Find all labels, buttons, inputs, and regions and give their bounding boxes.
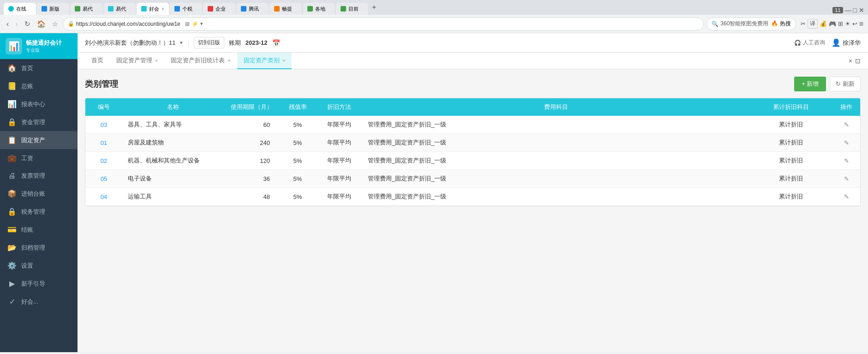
search-bar[interactable]: 🔍 360智能抠图免费用 🔥 热搜: [706, 18, 796, 30]
content-tab-home[interactable]: 首页: [85, 53, 110, 69]
sidebar-item-invoices[interactable]: 🖨 发票管理: [0, 167, 78, 185]
support-link[interactable]: 🎧 人工咨询: [794, 39, 825, 47]
address-bar-container[interactable]: 🔒 https://cloud.chanjet.com/accounting/u…: [63, 18, 704, 30]
browser-tab-new[interactable]: 新版: [37, 3, 69, 15]
company-name: 刘小艳演示新套（勿删勿动！）11: [85, 39, 175, 47]
sidebar-label-fixed-assets: 固定资产: [21, 136, 45, 144]
sidebar-label-guide: 新手引导: [21, 280, 45, 288]
browser-tab-muqian[interactable]: 目前: [336, 3, 368, 15]
cell-action[interactable]: ✎: [832, 116, 860, 134]
cell-rate: 5%: [279, 170, 316, 188]
window-maximize[interactable]: □: [853, 6, 857, 14]
window-minimize[interactable]: —: [845, 6, 851, 14]
sidebar-item-more[interactable]: ✓ 好会...: [0, 293, 78, 311]
tab-close-category[interactable]: ×: [282, 58, 285, 63]
sidebar-item-tax[interactable]: 🔒 税务管理: [0, 203, 78, 221]
sidebar-item-reports[interactable]: 📊 报表中心: [0, 95, 78, 113]
tab-close-depreciation[interactable]: ×: [227, 58, 230, 63]
nav-bookmark[interactable]: ☆: [50, 18, 60, 30]
table-row: 02机器、机械和其他生产设备1205%年限平均管理费用_固定资产折旧_一级累计折…: [85, 152, 860, 170]
sidebar-item-home[interactable]: 🏠 首页: [0, 59, 78, 77]
grid-icon[interactable]: ⊞: [838, 20, 843, 27]
table-header-row: 编号 名称 使用期限（月） 残值率 折旧方法 费用科目 累计折旧科目 操作: [85, 98, 860, 116]
menu-icon[interactable]: ≡: [859, 20, 863, 28]
cell-period: 240: [224, 134, 279, 152]
cell-method: 年限平均: [316, 134, 362, 152]
refresh-button[interactable]: ↻ 刷新: [830, 77, 861, 91]
content-tab-depreciation-stats[interactable]: 固定资产折旧统计表 ×: [164, 53, 237, 69]
cell-accum: 累计折旧: [749, 170, 832, 188]
cell-action[interactable]: ✎: [832, 134, 860, 152]
company-dropdown-icon[interactable]: ▾: [180, 40, 183, 46]
content-tab-asset-category[interactable]: 固定资产类别 ×: [237, 53, 292, 69]
cell-rate: 5%: [279, 134, 316, 152]
support-label: 人工咨询: [803, 39, 825, 47]
add-button[interactable]: + 新增: [794, 77, 826, 91]
cut-icon[interactable]: ✂: [801, 20, 806, 27]
table-row: 01房屋及建筑物2405%年限平均管理费用_固定资产折旧_一级累计折旧✎: [85, 134, 860, 152]
browser-tab-changtui[interactable]: 畅提: [269, 3, 302, 15]
tab-actions-right: × ⊡: [849, 57, 861, 65]
sidebar-item-fixed-assets[interactable]: 📋 固定资产: [0, 131, 78, 149]
wallet-icon[interactable]: 💰: [820, 20, 827, 27]
browser-tab-yidai2[interactable]: 易代: [103, 3, 136, 15]
sidebar-item-guide[interactable]: ▶ 新手引导: [0, 275, 78, 293]
address-dropdown[interactable]: ▾: [200, 21, 203, 27]
sidebar-item-payroll[interactable]: 💼 工资: [0, 149, 78, 167]
cell-expense: 管理费用_固定资产折旧_一级: [362, 134, 749, 152]
cell-code: 02: [85, 152, 122, 170]
new-tab-button[interactable]: +: [369, 3, 379, 12]
browser-tab-haohui[interactable]: 好会 ×: [137, 3, 169, 15]
sidebar-menu: 🏠 首页 📒 总账 📊 报表中心 🔒 资金管理 📋 固定资产 💼 工资: [0, 59, 78, 352]
logo-subtitle: 专业版: [26, 47, 62, 54]
cell-action[interactable]: ✎: [832, 152, 860, 170]
switch-version-button[interactable]: 切到旧版: [194, 37, 224, 48]
window-close[interactable]: ✕: [859, 6, 864, 14]
cell-method: 年限平均: [316, 170, 362, 188]
sidebar-label-funds: 资金管理: [21, 118, 45, 126]
calendar-icon[interactable]: 📅: [272, 39, 280, 47]
sidebar-item-checkout[interactable]: 💳 结账: [0, 221, 78, 239]
sidebar-item-settings[interactable]: ⚙️ 设置: [0, 257, 78, 275]
browser-tab-gedi[interactable]: 各地: [303, 3, 335, 15]
table-row: 04运输工具485%年限平均管理费用_固定资产折旧_一级累计折旧✎: [85, 188, 860, 206]
tab-collapse-button[interactable]: ×: [849, 57, 852, 65]
browser-tab-tax[interactable]: 个税: [170, 3, 202, 15]
browser-tab-tencent[interactable]: 腾讯: [236, 3, 269, 15]
user-name: 徐泽华: [843, 39, 861, 47]
search-text: 360智能抠图免费用: [720, 20, 768, 28]
cell-code: 05: [85, 170, 122, 188]
user-info[interactable]: 👤 徐泽华: [832, 38, 861, 47]
cell-rate: 5%: [279, 188, 316, 206]
nav-home[interactable]: 🏠: [35, 18, 48, 30]
undo-icon[interactable]: ↩: [852, 20, 857, 27]
reports-icon: 📊: [7, 100, 17, 108]
sidebar-label-archive: 归档管理: [21, 244, 45, 252]
brightness-icon[interactable]: ☀: [845, 20, 850, 27]
browser-tab-yidai1[interactable]: 易代: [70, 3, 102, 15]
th-rate: 残值率: [279, 98, 316, 116]
cell-period: 48: [224, 188, 279, 206]
content-tab-fixed-assets-mgmt[interactable]: 固定资产管理 ×: [110, 53, 164, 69]
tab-close-haohui[interactable]: ×: [162, 6, 164, 12]
page-content: 类别管理 + 新增 ↻ 刷新 编号 名称 使用期限（月） 残值率 折旧方法: [78, 69, 868, 352]
nav-reload[interactable]: ↻: [23, 18, 32, 30]
cell-action[interactable]: ✎: [832, 170, 860, 188]
cell-action[interactable]: ✎: [832, 188, 860, 206]
browser-tab-online[interactable]: 在线: [4, 3, 36, 15]
tab-expand-button[interactable]: ⊡: [855, 57, 861, 65]
nav-back[interactable]: ‹: [5, 18, 11, 30]
nav-forward[interactable]: ›: [13, 18, 19, 30]
asset-category-table: 编号 名称 使用期限（月） 残值率 折旧方法 费用科目 累计折旧科目 操作 03…: [85, 98, 860, 206]
sidebar-item-funds[interactable]: 🔒 资金管理: [0, 113, 78, 131]
tab-close-fixed-mgmt[interactable]: ×: [155, 58, 158, 63]
browser-tab-enterprise[interactable]: 企业: [203, 3, 235, 15]
table-body: 03器具、工具、家具等605%年限平均管理费用_固定资产折旧_一级累计折旧✎01…: [85, 116, 860, 206]
sidebar-label-reports: 报表中心: [21, 100, 45, 108]
game-icon[interactable]: 🎮: [829, 20, 836, 27]
sidebar-item-inventory[interactable]: 📦 进销台账: [0, 185, 78, 203]
sidebar-item-archive[interactable]: 📂 归档管理: [0, 239, 78, 257]
sidebar-item-ledger[interactable]: 📒 总账: [0, 77, 78, 95]
sidebar-label-payroll: 工资: [21, 154, 33, 162]
translate-icon[interactable]: 译: [808, 19, 818, 29]
